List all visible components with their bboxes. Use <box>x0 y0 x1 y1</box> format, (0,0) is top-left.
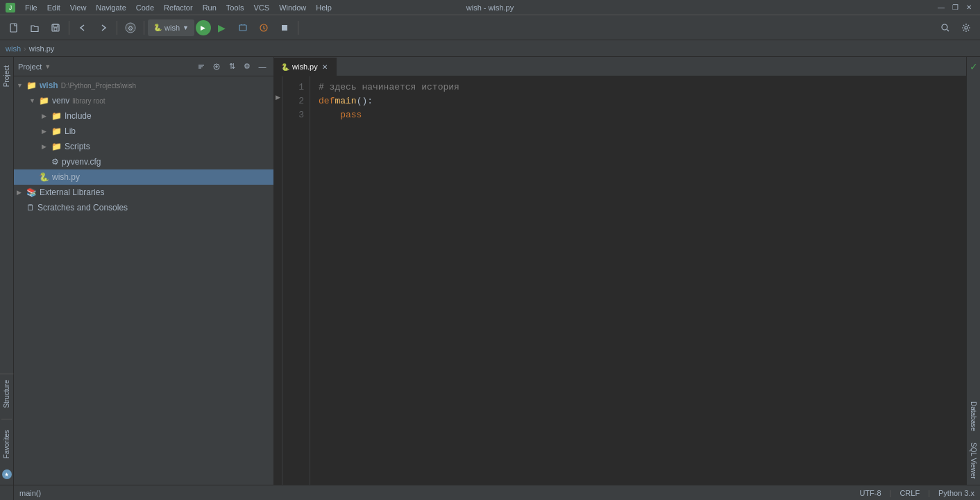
gutter-line-1 <box>274 76 282 90</box>
tab-wishpy[interactable]: 🐍 wish.py ✕ <box>274 58 337 76</box>
search-everywhere-button[interactable] <box>936 18 955 38</box>
code-line-1: # здесь начинается история <box>319 81 958 94</box>
run-button[interactable]: ▶ <box>196 20 211 35</box>
breadcrumb-wishpy[interactable]: wish.py <box>29 44 55 53</box>
wish-folder-icon: 📁 <box>26 81 37 90</box>
main-layout: Project Project ▼ ⇅ ⚙ — <box>0 57 980 485</box>
menu-run[interactable]: Run <box>198 2 221 13</box>
code-editor: ▶ 1 2 3 # здесь начинается история def m… <box>274 76 966 485</box>
scripts-folder-icon: 📁 <box>51 142 62 151</box>
statusbar-line-sep: | <box>890 489 892 497</box>
menu-view[interactable]: View <box>66 2 91 13</box>
structure-label[interactable]: Structure <box>3 380 10 408</box>
menu-tools[interactable]: Tools <box>222 2 248 13</box>
back-button[interactable] <box>73 18 92 38</box>
debug-button[interactable]: ▶ <box>212 18 232 38</box>
menu-file[interactable]: File <box>21 2 42 13</box>
code-comment: # здесь начинается история <box>319 81 459 94</box>
collapse-all-button[interactable] <box>194 60 208 74</box>
save-button[interactable] <box>46 18 65 38</box>
func-parens: (): <box>357 94 373 108</box>
menu-navigate[interactable]: Navigate <box>92 2 130 13</box>
structure-bottom-strip <box>0 485 14 500</box>
func-name-main: main <box>335 94 356 108</box>
lib-folder-icon: 📁 <box>51 126 62 136</box>
svg-rect-8 <box>282 25 287 31</box>
pyvenv-label: pyvenv.cfg <box>62 157 101 167</box>
svg-rect-6 <box>239 25 246 31</box>
statusbar-sep2: | <box>928 489 930 497</box>
project-label: Project <box>18 62 42 71</box>
menu-refactor[interactable]: Refactor <box>160 2 197 13</box>
statusbar: main() UTF-8 | CRLF | Python 3.x <box>14 485 980 500</box>
menu-edit[interactable]: Edit <box>43 2 65 13</box>
statusbar-function: main() <box>19 489 41 497</box>
project-dropdown-icon[interactable]: ▼ <box>44 63 51 70</box>
breadcrumb: wish › wish.py <box>6 44 54 53</box>
menu-window[interactable]: Window <box>275 2 310 13</box>
tree-item-scratches[interactable]: ▶ 🗒 Scratches and Consoles <box>14 200 273 215</box>
maximize-button[interactable]: ❐ <box>949 2 961 13</box>
wish-path: D:\Python_Projects\wish <box>61 82 136 90</box>
code-line-2: def main(): <box>319 94 958 108</box>
breadcrumb-wish[interactable]: wish <box>6 44 21 53</box>
titlebar-controls: — ❐ ✕ <box>936 2 974 13</box>
tree-item-scripts[interactable]: ▶ 📁 Scripts <box>14 139 273 154</box>
tree-item-venv[interactable]: ▼ 📁 venv library root <box>14 93 273 108</box>
line-numbers: 1 2 3 <box>282 76 310 485</box>
forward-button[interactable] <box>94 18 113 38</box>
git-button[interactable]: ⚙ <box>121 18 140 38</box>
settings-button[interactable] <box>956 18 976 38</box>
include-arrow: ▶ <box>42 112 51 119</box>
run-config-selector[interactable]: 🐍 wish ▼ <box>148 19 194 36</box>
build-button[interactable] <box>233 18 253 38</box>
statusbar-encoding: UTF-8 <box>859 489 881 497</box>
tab-close-wishpy[interactable]: ✕ <box>321 62 329 72</box>
svg-rect-0 <box>10 24 17 32</box>
status-area: main() UTF-8 | CRLF | Python 3.x <box>0 485 980 500</box>
pyvenv-cfg-icon: ⚙ <box>51 157 59 167</box>
statusbar-python-version: Python 3.x <box>938 489 974 497</box>
code-indent <box>319 108 340 122</box>
file-tree: ▼ 📁 wish D:\Python_Projects\wish ▼ 📁 ven… <box>14 76 273 485</box>
navbar: wish › wish.py <box>0 40 980 57</box>
fold-arrow-icon[interactable]: ▶ <box>276 94 280 101</box>
minimize-button[interactable]: — <box>936 2 947 13</box>
stop-button[interactable] <box>275 18 294 38</box>
tree-item-external[interactable]: ▶ 📚 External Libraries <box>14 185 273 200</box>
menu-code[interactable]: Code <box>132 2 158 13</box>
titlebar-left: J File Edit View Navigate Code Refactor … <box>6 2 336 13</box>
no-errors-icon: ✓ <box>970 61 978 72</box>
external-lib-icon: 📚 <box>26 188 37 197</box>
tree-item-include[interactable]: ▶ 📁 Include <box>14 108 273 124</box>
gutter-line-2: ▶ <box>274 90 282 104</box>
toolbar-sep-2 <box>117 21 117 35</box>
database-label[interactable]: Database <box>968 396 979 437</box>
favorites-label[interactable]: Favorites <box>3 430 10 458</box>
tree-item-pyvenv[interactable]: ▶ ⚙ pyvenv.cfg <box>14 154 273 169</box>
editor-tabs: 🐍 wish.py ✕ <box>274 57 966 76</box>
lib-arrow: ▶ <box>42 128 51 135</box>
run-with-coverage-button[interactable] <box>254 18 273 38</box>
tree-item-wish[interactable]: ▼ 📁 wish D:\Python_Projects\wish <box>14 78 273 93</box>
run-config-label: wish <box>164 24 180 32</box>
panel-settings-button[interactable]: ⚙ <box>240 60 254 74</box>
toolbar-sep-4 <box>298 21 298 35</box>
menu-help[interactable]: Help <box>312 2 336 13</box>
favorites-star-icon[interactable]: ★ <box>2 469 12 479</box>
tree-item-lib[interactable]: ▶ 📁 Lib <box>14 124 273 139</box>
menu-vcs[interactable]: VCS <box>250 2 274 13</box>
new-file-button[interactable] <box>4 18 24 38</box>
project-strip-label[interactable]: Project <box>3 57 10 95</box>
sort-button[interactable]: ⇅ <box>225 60 239 74</box>
statusbar-left: main() <box>19 489 41 497</box>
expand-all-button[interactable] <box>210 60 223 74</box>
wish-arrow: ▼ <box>17 82 26 89</box>
open-file-button[interactable] <box>25 18 44 38</box>
sql-viewer-label[interactable]: SQL Viewer <box>968 437 979 485</box>
close-button[interactable]: ✕ <box>963 2 974 13</box>
external-arrow: ▶ <box>17 189 26 196</box>
tree-item-wishpy[interactable]: ▶ 🐍 wish.py <box>14 169 273 185</box>
hide-panel-button[interactable]: — <box>255 60 269 74</box>
code-content[interactable]: # здесь начинается история def main(): p… <box>310 76 966 485</box>
